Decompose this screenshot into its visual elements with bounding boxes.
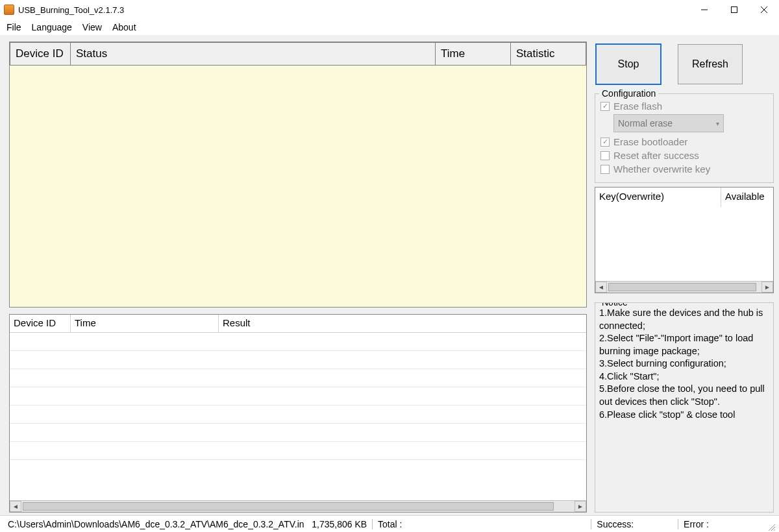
scroll-track[interactable] [607,282,761,293]
minimize-button[interactable] [689,0,719,19]
maximize-button[interactable] [719,0,749,19]
app-icon [4,5,14,15]
overwrite-key-label: Whether overwrite key [613,163,710,175]
close-icon [760,6,768,14]
result-table: Device ID Time Result ◄ [9,314,587,513]
rcol-result[interactable]: Result [219,315,586,333]
menu-about[interactable]: About [112,22,136,32]
notice-group: Notice 1.Make sure the devices and the h… [595,302,774,513]
erase-flash-label: Erase flash [613,101,662,112]
scroll-right-icon[interactable]: ► [575,501,586,512]
erase-flash-option[interactable]: ✓ Erase flash [600,101,768,112]
stop-button[interactable]: Stop [596,44,661,84]
table-row [10,405,586,424]
menu-language[interactable]: Language [32,22,72,32]
scroll-thumb[interactable] [608,283,756,291]
scroll-right-icon[interactable]: ► [761,282,773,293]
col-statistic[interactable]: Statistic [511,42,586,66]
erase-mode-select[interactable]: Normal erase ▾ [613,114,724,132]
checkbox-icon [600,151,610,160]
erase-mode-value: Normal erase [618,118,673,128]
table-row [10,351,586,369]
right-column: Stop Refresh Configuration ✓ Erase flash… [595,42,774,513]
status-error: Error : [678,519,714,529]
statusbar: C:\Users\Admin\Downloads\AM6_dce_0.3.2_A… [0,515,779,532]
table-row [10,369,586,387]
resize-grip-icon[interactable] [766,516,776,532]
scroll-thumb[interactable] [23,502,554,511]
table-row [10,333,586,351]
minimize-icon [700,6,708,14]
refresh-button[interactable]: Refresh [678,44,743,84]
menu-view[interactable]: View [82,22,102,32]
col-time[interactable]: Time [436,42,511,66]
menubar: File Language View About [0,19,779,35]
col-device-id[interactable]: Device ID [10,42,71,66]
reset-after-option[interactable]: Reset after success [600,150,768,161]
notice-line: 6.Please click "stop" & close tool [599,409,769,422]
status-size: 1,735,806 KB [312,519,367,529]
kcol-key[interactable]: Key(Overwrite) [595,187,721,207]
status-path: C:\Users\Admin\Downloads\AM6_dce_0.3.2_A… [3,519,372,529]
result-table-header: Device ID Time Result [10,315,586,333]
window-controls [689,0,779,19]
status-total: Total : [372,519,407,529]
key-table-body [595,207,773,281]
erase-bootloader-option[interactable]: ✓ Erase bootloader [600,136,768,147]
rcol-time[interactable]: Time [71,315,219,333]
key-table: Key(Overwrite) Available ◄ ► [595,187,774,293]
notice-legend: Notice [599,302,630,309]
table-row [10,424,586,442]
notice-line: 5.Before close the tool, you need to pul… [599,383,769,408]
scroll-track[interactable] [21,501,575,512]
notice-line: 4.Click "Start"; [599,370,769,383]
left-column: Device ID Status Time Statistic Device I… [9,42,587,513]
app-window: USB_Burning_Tool_v2.1.7.3 File Language … [0,0,779,532]
result-scrollbar[interactable]: ◄ ► [10,500,586,512]
svg-rect-1 [732,7,737,13]
checkbox-icon [600,165,610,174]
status-success: Success: [591,519,639,529]
scroll-left-icon[interactable]: ◄ [595,282,607,293]
device-table-header: Device ID Status Time Statistic [10,42,586,66]
menu-file[interactable]: File [6,22,21,32]
notice-line: 1.Make sure the devices and the hub is c… [599,307,769,332]
maximize-icon [730,6,738,14]
svg-line-6 [774,529,775,531]
table-row [10,442,586,460]
chevron-down-icon: ▾ [716,120,719,127]
result-rows [10,333,586,460]
key-scrollbar[interactable]: ◄ ► [595,281,773,293]
key-table-header: Key(Overwrite) Available [595,187,773,207]
action-buttons: Stop Refresh [595,42,774,88]
notice-line: 2.Select "File"-"Import image" to load b… [599,332,769,357]
body: Device ID Status Time Statistic Device I… [0,35,779,515]
overwrite-key-option[interactable]: Whether overwrite key [600,163,768,175]
notice-text: 1.Make sure the devices and the hub is c… [599,304,769,421]
device-table-body [10,66,586,307]
device-table: Device ID Status Time Statistic [9,42,587,308]
rcol-device-id[interactable]: Device ID [10,315,71,333]
erase-bootloader-label: Erase bootloader [613,136,687,147]
kcol-available[interactable]: Available [721,187,773,207]
window-title: USB_Burning_Tool_v2.1.7.3 [18,5,124,15]
table-row [10,387,586,405]
titlebar: USB_Burning_Tool_v2.1.7.3 [0,0,779,19]
close-button[interactable] [749,0,779,19]
checkbox-icon: ✓ [600,102,610,111]
status-path-text: C:\Users\Admin\Downloads\AM6_dce_0.3.2_A… [8,519,304,529]
configuration-group: Configuration ✓ Erase flash Normal erase… [595,93,774,183]
checkbox-icon: ✓ [600,138,610,147]
col-status[interactable]: Status [71,42,436,66]
scroll-left-icon[interactable]: ◄ [10,501,21,512]
reset-after-label: Reset after success [613,150,699,161]
configuration-legend: Configuration [599,88,658,99]
notice-line: 3.Select burning configuration; [599,357,769,370]
